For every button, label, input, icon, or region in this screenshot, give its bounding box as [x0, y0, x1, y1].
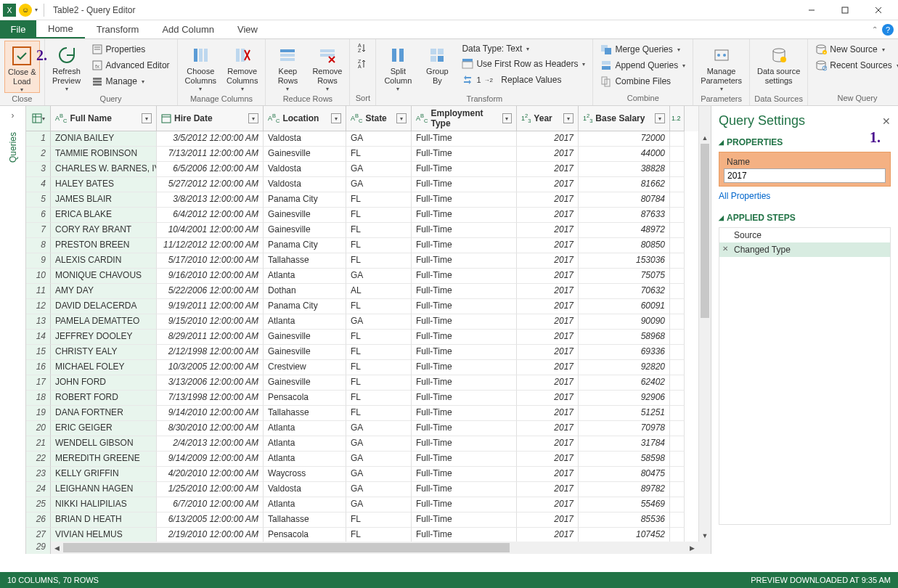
cell-hiredate[interactable]: 9/14/2010 12:00:00 AM: [157, 406, 264, 421]
cell-year[interactable]: 2017: [517, 513, 579, 528]
cell-salary[interactable]: 92820: [579, 360, 670, 375]
cell-state[interactable]: GA: [346, 452, 412, 467]
remove-columns-button[interactable]: Remove Columns ▾: [224, 41, 261, 93]
cell-state[interactable]: GA: [346, 421, 412, 436]
cell-partial[interactable]: [670, 284, 685, 299]
col-header-location[interactable]: ABCLocation▾: [264, 106, 346, 131]
cell-state[interactable]: GA: [346, 467, 412, 482]
tab-file[interactable]: File: [0, 20, 36, 38]
cell-location[interactable]: Gainesville: [264, 223, 346, 238]
cell-salary[interactable]: 90090: [579, 314, 670, 330]
cell-fullname[interactable]: JEFFREY DOOLEY: [51, 330, 157, 345]
cell-state[interactable]: FL: [346, 528, 412, 542]
cell-year[interactable]: 2017: [517, 299, 579, 314]
cell-employment[interactable]: Full-Time: [412, 345, 517, 360]
smiley-icon[interactable]: ☺: [19, 4, 32, 17]
cell-partial[interactable]: [670, 147, 685, 162]
cell-employment[interactable]: Full-Time: [412, 452, 517, 467]
step-source[interactable]: Source: [719, 228, 890, 242]
cell-employment[interactable]: Full-Time: [412, 269, 517, 284]
cell-employment[interactable]: Full-Time: [412, 391, 517, 406]
manage-button[interactable]: Manage▾: [89, 74, 173, 89]
cell-hiredate[interactable]: 7/13/2011 12:00:00 AM: [157, 147, 264, 162]
cell-salary[interactable]: 62402: [579, 375, 670, 391]
cell-location[interactable]: Pensacola: [264, 528, 346, 542]
cell-employment[interactable]: Full-Time: [412, 497, 517, 513]
advanced-editor-button[interactable]: fxAdvanced Editor: [89, 58, 173, 73]
cell-employment[interactable]: Full-Time: [412, 375, 517, 391]
sort-desc-button[interactable]: ZA: [354, 57, 369, 71]
manage-parameters-button[interactable]: Manage Parameters ▾: [698, 41, 745, 93]
cell-salary[interactable]: 48972: [579, 223, 670, 238]
cell-year[interactable]: 2017: [517, 406, 579, 421]
cell-employment[interactable]: Full-Time: [412, 223, 517, 238]
cell-fullname[interactable]: TAMMIE ROBINSON: [51, 147, 157, 162]
cell-salary[interactable]: 89782: [579, 482, 670, 497]
filter-icon[interactable]: ▾: [655, 113, 665, 123]
col-header-partial[interactable]: 1.2: [670, 106, 685, 131]
cell-fullname[interactable]: JOHN FORD: [51, 375, 157, 391]
cell-salary[interactable]: 55469: [579, 497, 670, 513]
cell-fullname[interactable]: NIKKI HALIPILIAS: [51, 497, 157, 513]
cell-fullname[interactable]: JAMES BLAIR: [51, 192, 157, 208]
cell-partial[interactable]: [670, 299, 685, 314]
cell-year[interactable]: 2017: [517, 162, 579, 177]
cell-hiredate[interactable]: 9/15/2010 12:00:00 AM: [157, 314, 264, 330]
filter-icon[interactable]: ▾: [331, 113, 341, 123]
cell-state[interactable]: AL: [346, 284, 412, 299]
close-and-load-button[interactable]: Close & Load ▾: [4, 41, 40, 93]
cell-hiredate[interactable]: 10/3/2005 12:00:00 AM: [157, 360, 264, 375]
cell-partial[interactable]: [670, 467, 685, 482]
filter-icon[interactable]: ▾: [502, 113, 512, 123]
cell-salary[interactable]: 51251: [579, 406, 670, 421]
cell-year[interactable]: 2017: [517, 467, 579, 482]
cell-location[interactable]: Valdosta: [264, 177, 346, 192]
cell-fullname[interactable]: ERICA BLAKE: [51, 208, 157, 223]
applied-steps-header[interactable]: ◢APPLIED STEPS: [719, 213, 891, 223]
cell-year[interactable]: 2017: [517, 421, 579, 436]
table-row[interactable]: 12DAVID DELACERDA9/19/2011 12:00:00 AMPa…: [26, 299, 698, 314]
cell-partial[interactable]: [670, 513, 685, 528]
cell-partial[interactable]: [670, 177, 685, 192]
table-row[interactable]: 21WENDELL GIBSON2/4/2013 12:00:00 AMAtla…: [26, 436, 698, 452]
cell-hiredate[interactable]: 8/29/2011 12:00:00 AM: [157, 330, 264, 345]
table-row[interactable]: 2TAMMIE ROBINSON7/13/2011 12:00:00 AMGai…: [26, 147, 698, 162]
cell-salary[interactable]: 81662: [579, 177, 670, 192]
cell-hiredate[interactable]: 9/16/2010 12:00:00 AM: [157, 269, 264, 284]
col-header-year[interactable]: 123Year▾: [517, 106, 579, 131]
table-row[interactable]: 13PAMELA DEMATTEO9/15/2010 12:00:00 AMAt…: [26, 314, 698, 330]
cell-salary[interactable]: 58968: [579, 330, 670, 345]
choose-columns-button[interactable]: Choose Columns ▾: [182, 41, 219, 93]
cell-fullname[interactable]: CHARLES W. BARNES, IV: [51, 162, 157, 177]
recent-sources-button[interactable]: Recent Sources▾: [812, 58, 898, 73]
cell-salary[interactable]: 80850: [579, 238, 670, 253]
cell-hiredate[interactable]: 2/19/2010 12:00:00 AM: [157, 528, 264, 542]
cell-hiredate[interactable]: 7/13/1998 12:00:00 AM: [157, 391, 264, 406]
table-row[interactable]: 7CORY RAY BRANT10/4/2001 12:00:00 AMGain…: [26, 223, 698, 238]
filter-icon[interactable]: ▾: [142, 113, 152, 123]
cell-salary[interactable]: 107452: [579, 528, 670, 542]
cell-hiredate[interactable]: 2/12/1998 12:00:00 AM: [157, 345, 264, 360]
cell-year[interactable]: 2017: [517, 284, 579, 299]
cell-location[interactable]: Atlanta: [264, 314, 346, 330]
cell-salary[interactable]: 69336: [579, 345, 670, 360]
cell-location[interactable]: Atlanta: [264, 421, 346, 436]
maximize-button[interactable]: [828, 0, 862, 20]
cell-employment[interactable]: Full-Time: [412, 284, 517, 299]
table-row[interactable]: 26BRIAN D HEATH6/13/2005 12:00:00 AMTall…: [26, 513, 698, 528]
cell-partial[interactable]: [670, 269, 685, 284]
cell-year[interactable]: 2017: [517, 147, 579, 162]
cell-salary[interactable]: 70978: [579, 421, 670, 436]
cell-employment[interactable]: Full-Time: [412, 177, 517, 192]
cell-fullname[interactable]: PAMELA DEMATTEO: [51, 314, 157, 330]
cell-state[interactable]: FL: [346, 208, 412, 223]
horizontal-scrollbar[interactable]: ◀ ▶: [51, 542, 698, 554]
table-row[interactable]: 24LEIGHANN HAGEN1/25/2010 12:00:00 AMVal…: [26, 482, 698, 497]
cell-partial[interactable]: [670, 421, 685, 436]
cell-fullname[interactable]: WENDELL GIBSON: [51, 436, 157, 452]
table-row[interactable]: 3CHARLES W. BARNES, IV6/5/2006 12:00:00 …: [26, 162, 698, 177]
tab-home[interactable]: Home: [36, 20, 85, 38]
cell-year[interactable]: 2017: [517, 391, 579, 406]
table-row[interactable]: 19DANA FORTNER9/14/2010 12:00:00 AMTalla…: [26, 406, 698, 421]
table-row[interactable]: 23KELLY GRIFFIN4/20/2010 12:00:00 AMWayc…: [26, 467, 698, 482]
